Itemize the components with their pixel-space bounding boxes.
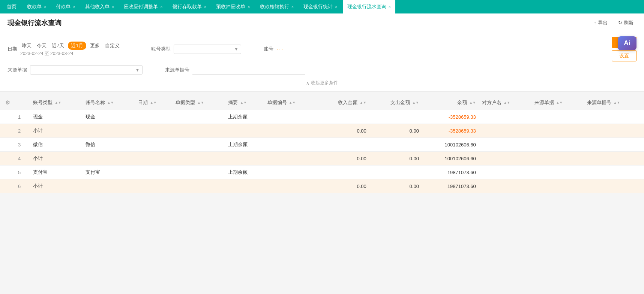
- settings-column-header[interactable]: ⚙: [0, 96, 15, 110]
- nav-tab-预收冲应收单[interactable]: 预收冲应收单×: [212, 0, 254, 13]
- row-balance-cell: -3528659.33: [422, 110, 479, 124]
- date-label: 日期: [8, 46, 17, 52]
- close-tab-icon[interactable]: ×: [112, 4, 114, 9]
- date-shortcut-今天[interactable]: 今天: [35, 42, 48, 50]
- close-tab-icon[interactable]: ×: [335, 4, 337, 9]
- close-tab-icon[interactable]: ×: [291, 4, 294, 9]
- table-row: 1 现金 现金 上期余额 -3528659.33: [0, 110, 644, 124]
- account-name-column-header[interactable]: 账号名称 ▲▼: [83, 96, 135, 110]
- account-type-filter-group: 账号类型 ▼: [151, 45, 241, 54]
- close-tab-icon[interactable]: ×: [73, 4, 75, 9]
- row-expense-cell: 0.00: [369, 124, 422, 138]
- close-tab-icon[interactable]: ×: [204, 4, 206, 9]
- date-column-header[interactable]: 日期 ▲▼: [135, 96, 173, 110]
- summary-sort-icon: ▲▼: [240, 101, 247, 104]
- source-doc-no-input[interactable]: [192, 66, 305, 75]
- account-type-select[interactable]: [174, 45, 241, 54]
- date-shortcut-昨天[interactable]: 昨天: [20, 42, 33, 50]
- source-doc-select[interactable]: [30, 65, 143, 75]
- counterpart-header-label: 对方户名: [482, 100, 501, 105]
- source-doc-label: 来源单据: [8, 67, 27, 73]
- row-settings-cell: [0, 152, 15, 166]
- close-tab-icon[interactable]: ×: [389, 4, 391, 9]
- balance-header-label: 余额: [457, 100, 467, 105]
- date-header-label: 日期: [138, 100, 148, 105]
- collapse-up-icon: ∧: [306, 81, 309, 86]
- nav-tab-现金银行流水查询[interactable]: 现金银行流水查询×: [343, 0, 395, 13]
- row-account-type-cell: 小计: [30, 152, 83, 166]
- row-account-name-cell: 支付宝: [83, 166, 135, 179]
- account-type-sort-icon: ▲▼: [55, 101, 62, 104]
- refresh-button[interactable]: ↻ 刷新: [615, 18, 636, 28]
- nav-tab-label: 付款单: [56, 3, 71, 10]
- nav-tab-label: 预收冲应收单: [216, 3, 245, 10]
- row-expense-cell: 0.00: [369, 179, 422, 193]
- nav-tab-其他收入单[interactable]: 其他收入单×: [81, 0, 119, 13]
- doc-type-header-label: 单据类型: [176, 100, 195, 105]
- balance-column-header[interactable]: 余额 ▲▼: [422, 96, 479, 110]
- row-balance-cell: 100102606.60: [422, 138, 479, 152]
- export-button[interactable]: ↑ 导出: [591, 18, 611, 28]
- filter-row-2: 来源单据 ▼ 来源单据号: [8, 65, 636, 75]
- nav-tab-银行存取款单[interactable]: 银行存取款单×: [168, 0, 211, 13]
- row-source-doc-cell: [531, 138, 584, 152]
- row-account-type-cell: 支付宝: [30, 166, 83, 179]
- row-counterpart-cell: [479, 110, 531, 124]
- table-header: ⚙ 账号类型 ▲▼ 账号名称 ▲▼ 日期 ▲▼ 单据类型 ▲▼: [0, 96, 644, 110]
- nav-tab-应收应付调整单[interactable]: 应收应付调整单×: [119, 0, 167, 13]
- ai-badge[interactable]: Ai: [618, 36, 636, 50]
- expense-column-header[interactable]: 支出金额 ▲▼: [369, 96, 422, 110]
- doc-no-column-header[interactable]: 单据编号 ▲▼: [264, 96, 317, 110]
- nav-tab-收款单[interactable]: 收款单×: [23, 0, 51, 13]
- row-date-cell: [135, 179, 173, 193]
- close-tab-icon[interactable]: ×: [160, 4, 162, 9]
- row-expense-cell: [369, 166, 422, 179]
- nav-tab-付款单[interactable]: 付款单×: [51, 0, 80, 13]
- row-date-cell: [135, 124, 173, 138]
- doc-type-column-header[interactable]: 单据类型 ▲▼: [173, 96, 225, 110]
- account-dots-button[interactable]: ···: [276, 46, 284, 52]
- income-sort-icon: ▲▼: [360, 101, 366, 104]
- nav-tab-现金银行统计[interactable]: 现金银行统计×: [299, 0, 342, 13]
- date-shortcut-自定义[interactable]: 自定义: [104, 42, 121, 50]
- collapse-bar[interactable]: ∧ 收起更多条件: [8, 78, 636, 88]
- income-column-header[interactable]: 收入金额 ▲▼: [317, 96, 369, 110]
- row-summary-cell: 上期余额: [225, 138, 264, 152]
- row-settings-cell: [0, 138, 15, 152]
- table-body: 1 现金 现金 上期余额 -3528659.33 2 小计 0.00 0.00 …: [0, 110, 644, 193]
- account-type-column-header[interactable]: 账号类型 ▲▼: [30, 96, 83, 110]
- date-shortcut-近7天[interactable]: 近7天: [50, 42, 66, 50]
- summary-header-label: 摘要: [228, 100, 238, 105]
- row-doc-no-cell: [264, 166, 317, 179]
- row-settings-cell: [0, 124, 15, 138]
- expense-sort-icon: ▲▼: [412, 101, 419, 104]
- table-area: ⚙ 账号类型 ▲▼ 账号名称 ▲▼ 日期 ▲▼ 单据类型 ▲▼: [0, 96, 644, 193]
- counterpart-column-header[interactable]: 对方户名 ▲▼: [479, 96, 531, 110]
- close-tab-icon[interactable]: ×: [44, 4, 46, 9]
- row-counterpart-cell: [479, 138, 531, 152]
- page-header: 现金银行流水查询 ↑ 导出 ↻ 刷新: [0, 13, 644, 32]
- source-doc-no-column-header[interactable]: 来源单据号 ▲▼: [584, 96, 644, 110]
- row-account-name-cell: [83, 124, 135, 138]
- account-filter-group: 账号 ···: [264, 46, 284, 52]
- date-shortcut-近1月[interactable]: 近1月: [68, 42, 86, 50]
- row-source-doc-no-cell: [584, 110, 644, 124]
- row-doc-type-cell: [173, 110, 225, 124]
- row-counterpart-cell: [479, 152, 531, 166]
- account-type-select-wrapper: ▼: [174, 45, 241, 54]
- row-doc-no-cell: [264, 179, 317, 193]
- date-shortcut-更多[interactable]: 更多: [89, 42, 101, 50]
- source-doc-column-header[interactable]: 来源单据 ▲▼: [531, 96, 584, 110]
- source-doc-select-wrapper: ▼: [30, 65, 143, 75]
- nav-home[interactable]: 首页: [2, 0, 22, 13]
- source-doc-sort-icon: ▲▼: [556, 101, 563, 104]
- settings-button[interactable]: 设置: [612, 50, 636, 61]
- row-source-doc-cell: [531, 124, 584, 138]
- nav-tab-收款核销执行[interactable]: 收款核销执行×: [255, 0, 298, 13]
- row-account-name-cell: [83, 179, 135, 193]
- doc-no-sort-icon: ▲▼: [289, 101, 296, 104]
- row-account-name-cell: [83, 152, 135, 166]
- close-tab-icon[interactable]: ×: [248, 4, 250, 9]
- summary-column-header[interactable]: 摘要 ▲▼: [225, 96, 264, 110]
- row-counterpart-cell: [479, 124, 531, 138]
